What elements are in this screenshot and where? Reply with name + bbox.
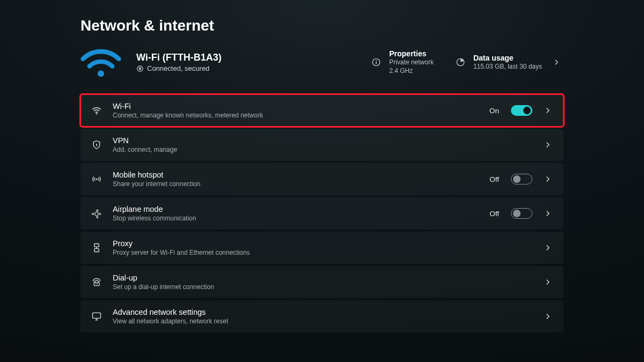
svg-point-0 xyxy=(98,70,104,77)
chevron-right-icon xyxy=(550,58,564,67)
row-vpn[interactable]: VPN Add, connect, manage xyxy=(80,129,564,161)
monitor-icon xyxy=(90,310,103,323)
dialup-icon xyxy=(90,276,103,289)
svg-point-15 xyxy=(95,284,96,285)
data-usage-title: Data usage xyxy=(473,54,542,62)
svg-point-17 xyxy=(97,284,98,285)
airplane-toggle[interactable] xyxy=(511,208,532,219)
info-icon xyxy=(371,57,382,68)
svg-point-10 xyxy=(96,179,98,180)
svg-rect-9 xyxy=(96,145,97,146)
svg-point-8 xyxy=(96,144,97,145)
properties-line2: 2.4 GHz xyxy=(389,67,434,75)
properties-line1: Private network xyxy=(389,58,434,67)
chevron-right-icon xyxy=(542,312,554,321)
wifi-icon xyxy=(90,104,103,117)
row-hotspot[interactable]: Mobile hotspot Share your internet conne… xyxy=(80,163,564,195)
row-dialup-title: Dial-up xyxy=(113,274,532,282)
row-hotspot-title: Mobile hotspot xyxy=(113,171,480,179)
data-usage-icon xyxy=(455,57,466,68)
proxy-icon xyxy=(90,241,103,254)
row-wifi-state: On xyxy=(489,107,499,115)
row-wifi[interactable]: Wi-Fi Connect, manage known networks, me… xyxy=(80,94,564,127)
svg-point-4 xyxy=(376,60,377,61)
row-hotspot-sub: Share your internet connection xyxy=(113,180,480,188)
hotspot-icon xyxy=(90,173,103,186)
chevron-right-icon xyxy=(542,141,554,149)
row-proxy[interactable]: Proxy Proxy server for Wi-Fi and Etherne… xyxy=(80,232,564,264)
row-airplane-state: Off xyxy=(489,210,499,218)
properties-title: Properties xyxy=(389,49,434,58)
wifi-toggle[interactable] xyxy=(511,105,532,116)
row-proxy-sub: Proxy server for Wi-Fi and Ethernet conn… xyxy=(113,249,532,256)
svg-rect-11 xyxy=(94,244,99,247)
svg-rect-18 xyxy=(93,313,101,318)
row-airplane-sub: Stop wireless communication xyxy=(113,215,480,222)
data-usage-button[interactable]: Data usage 115.03 GB, last 30 days xyxy=(455,54,564,71)
page-title: Network & internet xyxy=(80,17,564,34)
svg-point-7 xyxy=(96,113,98,115)
lock-icon xyxy=(136,65,144,72)
svg-point-16 xyxy=(96,284,97,285)
connection-status: Connected, secured xyxy=(147,64,209,72)
row-advanced-sub: View all network adapters, network reset xyxy=(113,317,532,325)
properties-button[interactable]: Properties Private network 2.4 GHz xyxy=(371,49,434,75)
row-vpn-sub: Add, connect, manage xyxy=(113,146,532,153)
wifi-signal-icon xyxy=(80,46,121,78)
shield-icon xyxy=(90,138,103,151)
row-vpn-title: VPN xyxy=(113,136,532,145)
row-hotspot-state: Off xyxy=(489,175,499,183)
chevron-right-icon xyxy=(542,175,554,183)
row-dialup-sub: Set up a dial-up internet connection xyxy=(113,283,532,291)
svg-rect-5 xyxy=(376,62,377,64)
svg-rect-2 xyxy=(139,68,141,69)
connection-summary: Wi-Fi (FTTH-B1A3) Connected, secured Pro… xyxy=(80,46,564,78)
chevron-right-icon xyxy=(542,106,554,115)
settings-list: Wi-Fi Connect, manage known networks, me… xyxy=(80,94,564,333)
hotspot-toggle[interactable] xyxy=(511,174,532,184)
row-airplane[interactable]: Airplane mode Stop wireless communicatio… xyxy=(80,197,564,230)
row-wifi-title: Wi-Fi xyxy=(113,102,480,110)
row-wifi-sub: Connect, manage known networks, metered … xyxy=(113,112,480,119)
connection-name: Wi-Fi (FTTH-B1A3) xyxy=(136,52,356,63)
row-advanced[interactable]: Advanced network settings View all netwo… xyxy=(80,300,564,333)
row-airplane-title: Airplane mode xyxy=(113,205,480,213)
row-advanced-title: Advanced network settings xyxy=(113,308,532,316)
chevron-right-icon xyxy=(542,243,554,252)
chevron-right-icon xyxy=(542,209,554,218)
svg-rect-12 xyxy=(94,249,99,252)
row-proxy-title: Proxy xyxy=(113,239,532,248)
row-dialup[interactable]: Dial-up Set up a dial-up internet connec… xyxy=(80,266,564,298)
connection-info: Wi-Fi (FTTH-B1A3) Connected, secured xyxy=(136,52,356,72)
chevron-right-icon xyxy=(542,278,554,286)
airplane-icon xyxy=(90,207,103,220)
data-usage-detail: 115.03 GB, last 30 days xyxy=(473,62,542,71)
